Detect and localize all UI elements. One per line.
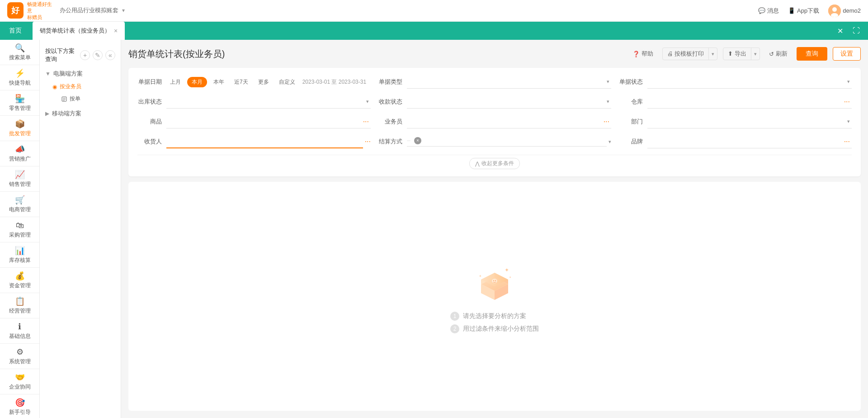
page-actions: ❓ 帮助 🖨 按模板打印 ▾ ⬆ 导出 [629,47,861,61]
print-dropdown-btn[interactable]: ▾ [709,49,717,59]
help-btn[interactable]: ❓ 帮助 [629,48,657,60]
sidebar-item-purchase[interactable]: 🛍 采购管理 [0,217,39,242]
export-dropdown-btn[interactable]: ▾ [751,49,760,59]
user-area[interactable]: demo2 [828,5,861,17]
docstatus-select[interactable]: ▾ [647,75,852,89]
tip-1-num: 1 [450,312,459,321]
collapse-btn[interactable]: ⋀ 收起更多条件 [469,158,520,169]
scheme-by-salesperson[interactable]: ◉ 按业务员 [52,81,121,93]
filter-item-receiver: 收货人 ··· [137,135,371,148]
sidebar-item-collaboration[interactable]: 🤝 企业协同 [0,369,39,394]
message-btn[interactable]: 💬 消息 [758,7,779,15]
collapse-panel-btn[interactable]: « [105,50,115,60]
receiver-input[interactable] [166,135,363,148]
sidebar-item-operations[interactable]: 📋 经营管理 [0,293,39,318]
basicinfo-icon: ℹ [18,322,21,332]
goods-select[interactable]: ··· [166,115,371,128]
svg-text:✦: ✦ [479,274,482,278]
left-panel-header: 按以下方案查询 + ✎ « [40,45,121,67]
date-recent7-btn[interactable]: 近7天 [231,77,252,87]
message-icon: 💬 [758,7,765,14]
tab-active-label: 销货单统计表（按业务员） [40,27,110,35]
scheme-by-order[interactable]: 按单 [52,93,121,105]
sidebar-item-guide[interactable]: 🎯 新手引导 [0,394,39,418]
app-download-btn[interactable]: 📱 App下载 [788,7,819,15]
date-custom-btn[interactable]: 自定义 [275,77,299,87]
refresh-btn[interactable]: ↺ 刷新 [765,48,791,60]
date-prev-month-btn[interactable]: 上月 [166,77,184,87]
settle-tag-close-btn[interactable]: × [414,137,421,144]
sidebar-item-sales[interactable]: 📈 销售管理 [0,166,39,192]
sidebar-item-inventory[interactable]: 📊 库存核算 [0,242,39,268]
mobile-section[interactable]: ▶ 移动端方案 [40,107,121,120]
date-this-year-btn[interactable]: 本年 [210,77,228,87]
salesperson-select[interactable]: ··· [407,115,611,128]
warehouse-label: 仓库 [618,98,643,106]
department-select[interactable]: ▾ [647,115,852,128]
tab-maximize-btn[interactable]: ⛶ [850,24,863,37]
payment-select[interactable]: ▾ [407,95,611,109]
warehouse-dots[interactable]: ··· [844,98,850,106]
warehouse-select[interactable]: ··· [647,95,852,109]
delivery-arrow: ▾ [366,99,369,104]
brand-dots[interactable]: ··· [844,138,850,146]
goods-dots[interactable]: ··· [363,118,369,126]
settle-tag-control[interactable]: × [407,137,607,147]
filter-item-date: 单据日期 上月 本月 本年 近7天 更多 自定义 2023-03-01 至 20… [137,77,371,87]
sidebar-item-search-label: 搜索菜单 [9,54,31,62]
brand-select[interactable]: ··· [647,135,852,148]
salesperson-control: ··· [407,115,611,128]
department-label: 部门 [618,118,643,126]
sidebar-item-inventory-label: 库存核算 [9,256,31,264]
svg-text:✦: ✦ [505,267,509,273]
sidebar-item-collaboration-label: 企业协同 [9,383,31,391]
date-more-btn[interactable]: 更多 [255,77,273,87]
logo-area: 好 畅捷通好生意 标赠员 [7,1,54,20]
sidebar-item-finance[interactable]: 💰 资金管理 [0,268,39,293]
sidebar-item-search[interactable]: 🔍 搜索菜单 [0,40,39,65]
delivery-select[interactable]: ▾ [166,95,371,109]
tip-2-num: 2 [450,324,459,333]
sidebar-item-marketing[interactable]: 📣 营销推广 [0,141,39,166]
guide-icon: 🎯 [15,398,25,408]
export-btn[interactable]: ⬆ 导出 [723,48,751,60]
doctype-select[interactable]: ▾ [407,75,611,89]
tab-home[interactable]: 首页 [0,22,31,40]
sidebar-item-wholesale[interactable]: 📦 批发管理 [0,116,39,141]
settings-btn[interactable]: 设置 [833,47,861,61]
sidebar-item-operations-label: 经营管理 [9,307,31,315]
sidebar-item-system[interactable]: ⚙ 系统管理 [0,344,39,369]
sidebar-item-basicinfo-label: 基础信息 [9,332,31,340]
pc-section[interactable]: ▼ 电脑端方案 [40,67,121,81]
sidebar-item-ecommerce[interactable]: 🛒 电商管理 [0,192,39,217]
content-area: 按以下方案查询 + ✎ « ▼ 电脑端方案 ◉ 按业务员 [40,40,868,418]
filter-item-payment: 收款状态 ▾ [378,95,611,109]
tab-close-all-btn[interactable]: ✕ [834,24,846,37]
logo-text: 畅捷通好生意 标赠员 [27,1,54,20]
edit-scheme-btn[interactable]: ✎ [93,50,103,60]
left-panel-actions: + ✎ « [80,50,115,60]
tab-bar: 首页 销货单统计表（按业务员） × ✕ ⛶ [0,22,868,40]
tip-1-text: 请先选择要分析的方案 [463,312,526,320]
date-this-month-btn[interactable]: 本月 [187,77,207,87]
receiver-dots[interactable]: ··· [365,138,371,146]
tab-active[interactable]: 销货单统计表（按业务员） × [33,22,125,40]
sidebar-item-quicknav-label: 快捷导航 [9,79,31,87]
query-btn[interactable]: 查询 [797,47,827,61]
app-download-icon: 📱 [788,7,795,14]
sidebar-item-sales-label: 销售管理 [9,180,31,188]
breadcrumb-dropdown-icon[interactable]: ▾ [122,7,125,14]
tab-close-btn[interactable]: × [114,27,118,34]
page-title: 销货单统计表(按业务员) [128,48,225,60]
filter-item-salesperson: 业务员 ··· [378,115,611,128]
salesperson-dots[interactable]: ··· [604,118,609,126]
sidebar-item-quicknav[interactable]: ⚡ 快捷导航 [0,65,39,90]
print-btn[interactable]: 🖨 按模板打印 [663,48,709,60]
sidebar-item-retail[interactable]: 🏪 零售管理 [0,90,39,116]
main-layout: 🔍 搜索菜单 ⚡ 快捷导航 🏪 零售管理 📦 批发管理 📣 营销推广 📈 销售管… [0,40,868,418]
sidebar-item-finance-label: 资金管理 [9,282,31,290]
filter-item-settlement: 结算方式 × ▾ [378,137,611,147]
add-scheme-btn[interactable]: + [80,50,90,60]
sidebar-item-basicinfo[interactable]: ℹ 基础信息 [0,318,39,344]
user-name: demo2 [843,7,861,14]
